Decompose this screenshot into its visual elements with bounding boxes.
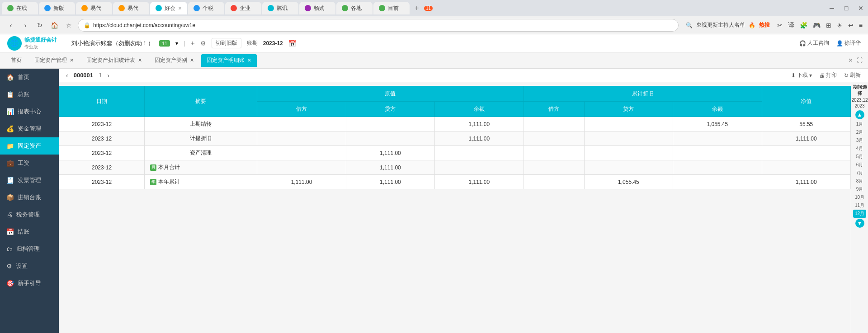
download-icon: ⬇ (791, 72, 796, 79)
month-3[interactable]: 3月 (855, 136, 864, 145)
tab-close-detail[interactable]: ✕ (247, 57, 251, 63)
dropdown-arrow[interactable]: ▾ (175, 40, 178, 47)
row5-acc-balance (673, 175, 762, 189)
purchase-icon: 📦 (6, 194, 14, 201)
tab-geshui[interactable]: 个税 (188, 2, 224, 14)
minimize-button[interactable]: ─ (826, 3, 837, 14)
print-button[interactable]: 🖨 打印 (819, 71, 837, 79)
download-button[interactable]: ⬇ 下载 ▾ (791, 71, 812, 79)
tab-label-tencent: 腾讯 (277, 5, 288, 12)
url-text: https://cloud.chanjet.com/accounting/uw1… (93, 22, 195, 28)
month-9[interactable]: 9月 (855, 185, 864, 193)
tab-close-haohui[interactable]: ✕ (178, 6, 182, 11)
secure-icon: 🔒 (84, 22, 90, 28)
maximize-button[interactable]: □ (841, 3, 852, 14)
sidebar-item-salary[interactable]: 💼 工资 (0, 155, 59, 172)
brightness-icon[interactable]: ☀ (837, 22, 843, 29)
new-tab-button[interactable]: + (410, 2, 423, 14)
tab-label-chang: 畅购 (314, 5, 325, 12)
sidebar-item-closing[interactable]: 📅 结账 (0, 223, 59, 240)
home-browser-button[interactable]: 🏠 (49, 20, 60, 31)
tab-muqian[interactable]: 目前 (373, 2, 410, 14)
user-profile-button[interactable]: 👤 徐译华 (836, 39, 861, 47)
month-11[interactable]: 11月 (854, 202, 865, 210)
translate-icon[interactable]: 译 (788, 21, 794, 29)
tab-close-fixed-asset-mgmt[interactable]: ✕ (70, 57, 74, 63)
next-page-button[interactable]: › (107, 72, 109, 79)
calendar-icon[interactable]: 📅 (288, 40, 296, 47)
sidebar-item-guide[interactable]: 🎯 新手引导 (0, 275, 59, 292)
expand-panel-icon[interactable]: ⛶ (857, 57, 863, 64)
row3-date: 2023-12 (59, 146, 145, 160)
sidebar-item-fixed-asset[interactable]: 📁 固定资产 (0, 137, 59, 155)
row5-summary: 年 本年累计 (145, 175, 257, 189)
header-right-area: 🎧 人工咨询 👤 徐译华 (799, 39, 861, 47)
grid-icon[interactable]: ⊞ (826, 22, 831, 29)
menu-icon[interactable]: ≡ (859, 22, 863, 29)
month-8[interactable]: 8月 (855, 177, 864, 185)
sidebar-item-settings[interactable]: ⚙ 设置 (0, 258, 59, 275)
tab-chang[interactable]: 畅购 (299, 2, 335, 14)
tab-qiye[interactable]: 企业 (225, 2, 261, 14)
month-2[interactable]: 2月 (855, 128, 864, 136)
tab-tencent[interactable]: 腾讯 (262, 2, 298, 14)
period-down-button[interactable]: ▼ (855, 219, 864, 228)
game-icon[interactable]: 🎮 (813, 22, 821, 29)
table-and-panel: 日期 摘要 原值 累计折旧 净值 借方 贷方 余额 (59, 82, 868, 333)
month-7[interactable]: 7月 (855, 169, 864, 177)
month-10[interactable]: 10月 (854, 193, 865, 202)
row4-orig-debit (257, 160, 346, 175)
tab-category[interactable]: 固定资产类别 ✕ (149, 54, 199, 67)
sidebar-item-purchase[interactable]: 📦 进销台账 (0, 189, 59, 206)
sidebar-item-ledger[interactable]: 📋 总账 (0, 86, 59, 103)
tab-haohui[interactable]: 好会 ✕ (150, 2, 187, 14)
tab-home[interactable]: 首页 (5, 54, 27, 67)
add-button[interactable]: + (190, 39, 194, 47)
tab-icon-new (44, 5, 51, 11)
close-button[interactable]: ✕ (855, 3, 866, 14)
month-5[interactable]: 5月 (855, 153, 864, 161)
row4-summary: 月 本月合计 (145, 160, 257, 175)
tab-yidai2[interactable]: 易代 (113, 2, 149, 14)
tab-depreciation-label: 固定资产折旧统计表 (86, 56, 135, 64)
month-6[interactable]: 6月 (855, 161, 864, 169)
sidebar-item-report[interactable]: 📊 报表中心 (0, 103, 59, 120)
row4-acc-balance (673, 160, 762, 175)
refresh-browser-button[interactable]: ↻ (34, 20, 45, 31)
back-button[interactable]: ‹ (5, 20, 16, 31)
sidebar-item-guide-label: 新手引导 (18, 279, 41, 287)
sidebar-item-archive[interactable]: 🗂 归档管理 (0, 240, 59, 258)
extension-icon[interactable]: 🧩 (800, 22, 807, 29)
url-input[interactable]: 🔒 https://cloud.chanjet.com/accounting/u… (78, 19, 679, 32)
tab-online[interactable]: 在线 (2, 2, 38, 14)
sidebar-item-home[interactable]: 🏠 首页 (0, 69, 59, 86)
tab-close-category[interactable]: ✕ (190, 57, 194, 63)
tab-yidai1[interactable]: 易代 (76, 2, 112, 14)
tab-new[interactable]: 新版 (39, 2, 75, 14)
forward-button[interactable]: › (20, 20, 31, 31)
tab-detail[interactable]: 固定资产明细账 ✕ (201, 54, 257, 67)
refresh-button[interactable]: ↻ 刷新 (844, 71, 861, 79)
tab-depreciation[interactable]: 固定资产折旧统计表 ✕ (81, 54, 147, 67)
month-4[interactable]: 4月 (855, 145, 864, 153)
bookmark-button[interactable]: ☆ (63, 20, 74, 31)
period-up-button[interactable]: ▲ (855, 110, 864, 119)
row2-orig-debit (257, 131, 346, 146)
hot-search-label: 🔥 (749, 22, 755, 28)
prev-page-button[interactable]: ‹ (66, 72, 68, 79)
tab-gedi[interactable]: 各地 (336, 2, 373, 14)
settings-icon[interactable]: ⚙ (200, 40, 206, 47)
tab-fixed-asset-mgmt[interactable]: 固定资产管理 ✕ (29, 54, 79, 67)
sidebar-item-fixed-asset-label: 固定资产 (18, 142, 41, 150)
month-12[interactable]: 12月 (853, 210, 866, 218)
close-panel-icon[interactable]: ✕ (848, 57, 853, 64)
month-1[interactable]: 1月 (855, 120, 864, 128)
human-service-button[interactable]: 🎧 人工咨询 (799, 39, 829, 47)
sidebar-item-fund[interactable]: 💰 资金管理 (0, 120, 59, 137)
sidebar-item-tax[interactable]: 🖨 税务管理 (0, 206, 59, 223)
cut-icon[interactable]: ✂ (777, 22, 783, 29)
sidebar-item-invoice[interactable]: 🧾 发票管理 (0, 172, 59, 189)
tab-close-depreciation[interactable]: ✕ (138, 57, 142, 63)
switch-version-button[interactable]: 切到旧版 (212, 38, 241, 48)
undo-icon[interactable]: ↩ (848, 22, 854, 29)
